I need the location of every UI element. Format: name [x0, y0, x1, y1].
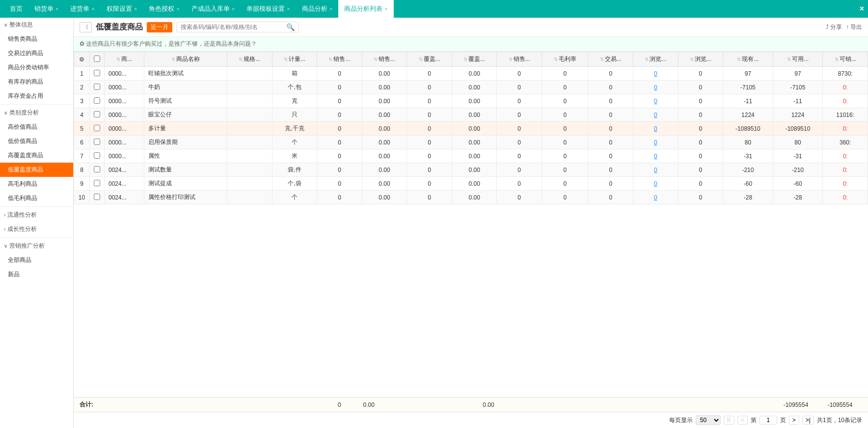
row-check[interactable]	[90, 67, 105, 81]
th-name[interactable]: ⇅商品名称	[144, 52, 227, 67]
th-settings[interactable]: ⚙	[74, 52, 90, 67]
row-check[interactable]	[90, 163, 105, 177]
sidebar-item-all-goods[interactable]: 全部商品	[0, 253, 73, 267]
row-checkbox[interactable]	[94, 111, 100, 117]
row-checkbox[interactable]	[94, 152, 100, 159]
nav-tab-roles[interactable]: 角色授权 ×	[143, 0, 185, 18]
row-checkbox[interactable]	[94, 125, 100, 131]
row-checkbox[interactable]	[94, 97, 100, 104]
sidebar-item-traded-goods[interactable]: 交易过的商品	[0, 46, 73, 60]
th-view2[interactable]: ⇅浏览...	[678, 52, 723, 67]
sidebar-item-low-margin[interactable]: 低毛利商品	[0, 191, 73, 205]
close-icon[interactable]: ×	[232, 6, 235, 12]
sidebar-item-category-rate[interactable]: 商品分类动销率	[0, 60, 73, 75]
sidebar-section-marketing[interactable]: ∨ 营销推广分析	[0, 239, 73, 253]
close-icon[interactable]: ×	[55, 6, 58, 12]
th-current[interactable]: ⇅现有...	[723, 52, 773, 67]
prev-page-button[interactable]: <	[737, 416, 748, 425]
close-icon[interactable]: ×	[176, 6, 179, 12]
th-trade[interactable]: ⇅交易...	[588, 52, 633, 67]
close-icon[interactable]: ×	[384, 6, 387, 12]
close-icon[interactable]: ×	[134, 6, 137, 12]
search-input[interactable]	[181, 24, 286, 30]
sidebar-item-stock-goods[interactable]: 有库存的商品	[0, 75, 73, 89]
row-view1[interactable]: 0	[633, 163, 678, 177]
th-sellable[interactable]: ⇅可销...	[823, 52, 868, 67]
sidebar-item-low-coverage[interactable]: 低覆盖度商品	[0, 163, 73, 177]
row-view1[interactable]: 0	[633, 122, 678, 136]
row-check[interactable]	[90, 122, 105, 136]
nav-tab-sales[interactable]: 销货单 ×	[28, 0, 64, 18]
sidebar-item-new-goods[interactable]: 新品	[0, 267, 73, 282]
row-checkbox[interactable]	[94, 180, 100, 186]
th-spec[interactable]: ⇅规格...	[227, 52, 272, 67]
nav-tab-purchase[interactable]: 进货单 ×	[64, 0, 100, 18]
th-available[interactable]: ⇅可用...	[773, 52, 823, 67]
share-button[interactable]: ⤴ 分享	[826, 23, 842, 31]
row-view1[interactable]: 0	[633, 94, 678, 108]
row-view1[interactable]: 0	[633, 149, 678, 163]
page-input[interactable]	[760, 416, 777, 425]
nav-tab-analysis[interactable]: 商品分析 ×	[296, 0, 338, 18]
collapse-sidebar-button[interactable]: 《	[80, 22, 92, 32]
close-all-button[interactable]: ×	[860, 4, 864, 13]
th-sales3[interactable]: ⇅销售...	[497, 52, 542, 67]
sidebar-item-high-coverage[interactable]: 高覆盖度商品	[0, 148, 73, 163]
row-check[interactable]	[90, 108, 105, 122]
export-button[interactable]: ↑ 导出	[846, 23, 862, 31]
sidebar-item-sales-goods[interactable]: 销售类商品	[0, 32, 73, 46]
th-cover2[interactable]: ⇅覆盖...	[452, 52, 497, 67]
row-check[interactable]	[90, 94, 105, 108]
search-icon[interactable]: 🔍	[286, 23, 295, 31]
sidebar-section-liquidity[interactable]: › 流通性分析	[0, 208, 73, 222]
row-view1[interactable]: 0	[633, 177, 678, 191]
th-gross[interactable]: ⇅毛利率	[542, 52, 588, 67]
nav-tab-analysis-list[interactable]: 商品分析列表 ×	[338, 0, 393, 18]
row-check[interactable]	[90, 81, 105, 94]
time-filter-button[interactable]: 近一月	[147, 22, 172, 32]
th-check[interactable]	[90, 52, 105, 67]
row-view1[interactable]: 0	[633, 136, 678, 149]
first-page-button[interactable]: K	[724, 416, 734, 425]
last-page-button[interactable]: >|	[802, 416, 814, 425]
row-view1[interactable]: 0	[633, 108, 678, 122]
sidebar-item-high-margin[interactable]: 高毛利商品	[0, 177, 73, 191]
th-sales-qty[interactable]: ⇅销售...	[317, 52, 362, 67]
close-icon[interactable]: ×	[287, 6, 290, 12]
row-check[interactable]	[90, 191, 105, 204]
sidebar-item-low-value[interactable]: 低价值商品	[0, 134, 73, 148]
row-checkbox[interactable]	[94, 70, 100, 76]
close-icon[interactable]: ×	[329, 6, 332, 12]
th-code[interactable]: ⇅商...	[105, 52, 144, 67]
row-checkbox[interactable]	[94, 139, 100, 145]
select-all-checkbox[interactable]	[94, 56, 100, 62]
row-check[interactable]	[90, 136, 105, 149]
page-size-select[interactable]: 50 100 200	[696, 415, 721, 425]
row-view1[interactable]: 0	[633, 81, 678, 94]
row-check[interactable]	[90, 149, 105, 163]
row-view1[interactable]: 0	[633, 67, 678, 81]
nav-tab-permissions[interactable]: 权限设置 ×	[101, 0, 143, 18]
sidebar-item-stock-capital[interactable]: 库存资金占用	[0, 89, 73, 103]
nav-tab-template[interactable]: 单据模板设置 ×	[241, 0, 296, 18]
row-code: 0000...	[105, 81, 144, 94]
th-sales-amt[interactable]: ⇅销售...	[362, 52, 407, 67]
close-icon[interactable]: ×	[91, 6, 94, 12]
row-checkbox[interactable]	[94, 194, 100, 200]
next-page-button[interactable]: >	[789, 416, 799, 425]
th-cover1[interactable]: ⇅覆盖...	[407, 52, 452, 67]
sidebar-item-high-value[interactable]: 高价值商品	[0, 120, 73, 134]
th-unit[interactable]: ⇅计量...	[272, 52, 317, 67]
sidebar-section-overall[interactable]: ∨ 整体信息	[0, 18, 73, 32]
th-view1[interactable]: ⇅浏览...	[633, 52, 678, 67]
nav-tab-home[interactable]: 首页	[4, 0, 28, 18]
row-check[interactable]	[90, 177, 105, 191]
table-wrapper[interactable]: ⚙ ⇅商... ⇅商品名称 ⇅规格... ⇅计量... ⇅销售... ⇅销售..…	[74, 52, 868, 397]
nav-tab-product-in[interactable]: 产成品入库单 ×	[186, 0, 241, 18]
sidebar-section-category[interactable]: ∨ 类别度分析	[0, 106, 73, 120]
row-available: -28	[773, 191, 823, 204]
row-checkbox[interactable]	[94, 84, 100, 90]
sidebar-section-growth[interactable]: › 成长性分析	[0, 222, 73, 236]
row-checkbox[interactable]	[94, 166, 100, 172]
row-view1[interactable]: 0	[633, 191, 678, 204]
